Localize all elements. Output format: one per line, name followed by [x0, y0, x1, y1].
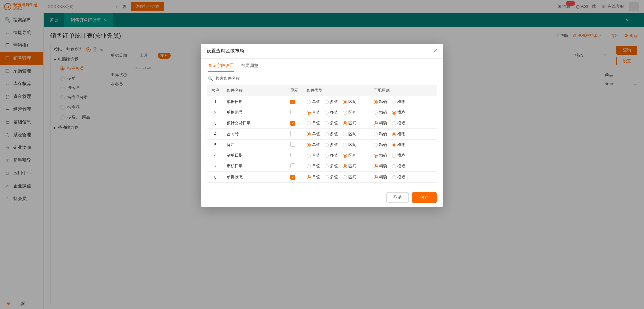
show-checkbox[interactable]: ✓	[290, 100, 295, 104]
radio-option[interactable]: 区间	[343, 163, 356, 169]
radio-option[interactable]: 单值	[307, 153, 320, 158]
radio-option[interactable]: 多值	[325, 99, 338, 105]
radio-option[interactable]: 单值	[307, 185, 320, 186]
table-row: 6制单日期单值多值区间精确模糊	[207, 150, 437, 161]
radio-icon	[374, 186, 378, 186]
radio-option[interactable]: 区间	[343, 153, 356, 158]
cell-show: ✓	[287, 118, 303, 129]
th-match: 匹配原则	[370, 85, 437, 96]
radio-icon	[343, 175, 347, 179]
radio-option[interactable]: 模糊	[392, 99, 405, 105]
radio-option[interactable]: 多值	[325, 163, 338, 169]
cell-seq: 1	[207, 96, 223, 107]
cell-name: 审核日期	[223, 161, 287, 172]
radio-option[interactable]: 区间	[343, 174, 356, 180]
radio-option[interactable]: 多值	[325, 153, 338, 158]
radio-option[interactable]: 单值	[307, 142, 320, 148]
radio-icon	[343, 164, 347, 168]
radio-option[interactable]: 单值	[307, 131, 320, 137]
radio-option[interactable]: 多值	[325, 131, 338, 137]
radio-option[interactable]: 区间	[343, 120, 356, 126]
radio-option[interactable]: 单值	[307, 163, 320, 169]
tab-layout[interactable]: 布局调整	[241, 63, 258, 72]
cell-match: 精确模糊	[370, 161, 437, 172]
radio-option[interactable]: 单值	[307, 174, 320, 180]
search-input[interactable]	[215, 75, 262, 82]
radio-option[interactable]: 模糊	[392, 174, 405, 180]
radio-option[interactable]: 精确	[374, 131, 387, 137]
radio-option[interactable]: 多值	[325, 110, 338, 115]
radio-icon	[343, 111, 347, 115]
radio-option[interactable]: 单值	[307, 99, 320, 105]
save-button[interactable]: 保存	[412, 192, 437, 203]
tab-field-settings[interactable]: 查询字段设置	[208, 63, 234, 72]
radio-option[interactable]: 区间	[343, 99, 356, 105]
radio-icon	[374, 100, 378, 104]
show-checkbox[interactable]: ✓	[290, 175, 295, 180]
radio-option[interactable]: 多值	[325, 142, 338, 148]
show-checkbox[interactable]	[290, 163, 295, 168]
cell-show	[287, 140, 303, 150]
radio-option[interactable]: 区间	[343, 110, 356, 115]
radio-option[interactable]: 精确	[374, 120, 387, 126]
modal-title: 设置查询区域布局	[206, 48, 244, 54]
radio-option[interactable]: 多值	[325, 174, 338, 180]
radio-option[interactable]: 模糊	[392, 131, 405, 137]
cell-show: ✓	[287, 172, 303, 183]
radio-option[interactable]: 区间	[343, 131, 356, 137]
show-checkbox[interactable]	[290, 131, 295, 136]
th-name: 条件名称	[223, 85, 287, 96]
cell-seq: 4	[207, 129, 223, 140]
radio-icon	[325, 175, 329, 179]
cell-match: 精确模糊	[370, 183, 437, 186]
table-row: 8单据状态✓单值多值区间精确模糊	[207, 172, 437, 183]
query-layout-modal: 设置查询区域布局 ✕ 查询字段设置 布局调整 🔍 顺序 条件名称 显示 条件类型…	[201, 44, 443, 207]
radio-icon	[392, 143, 396, 147]
radio-option[interactable]: 精确	[374, 163, 387, 169]
cell-match: 精确模糊	[370, 150, 437, 161]
cell-show: ✓	[287, 96, 303, 107]
radio-option[interactable]: 区间	[343, 185, 356, 186]
table-row: 1单据日期✓单值多值区间精确模糊	[207, 96, 437, 107]
cancel-button[interactable]: 取消	[386, 192, 409, 203]
show-checkbox[interactable]: ✓	[290, 186, 295, 186]
radio-option[interactable]: 区间	[343, 142, 356, 148]
cell-seq: 3	[207, 118, 223, 129]
radio-option[interactable]: 精确	[374, 174, 387, 180]
cell-name: 单据编号	[223, 107, 287, 118]
radio-option[interactable]: 单值	[307, 120, 320, 126]
radio-option[interactable]: 精确	[374, 99, 387, 105]
show-checkbox[interactable]	[290, 142, 295, 147]
table-row: 9出库状态✓单值多值区间精确模糊	[207, 183, 437, 186]
modal-overlay: 设置查询区域布局 ✕ 查询字段设置 布局调整 🔍 顺序 条件名称 显示 条件类型…	[0, 0, 644, 309]
radio-option[interactable]: 精确	[374, 153, 387, 158]
radio-option[interactable]: 精确	[374, 142, 387, 148]
cell-show	[287, 161, 303, 172]
table-row: 3预计交货日期✓单值多值区间精确模糊	[207, 118, 437, 129]
cell-seq: 8	[207, 172, 223, 183]
radio-option[interactable]: 模糊	[392, 110, 405, 115]
radio-option[interactable]: 精确	[374, 110, 387, 115]
show-checkbox[interactable]	[290, 153, 295, 157]
radio-option[interactable]: 模糊	[392, 163, 405, 169]
radio-icon	[325, 186, 329, 186]
close-icon[interactable]: ✕	[433, 48, 438, 54]
radio-option[interactable]: 单值	[307, 110, 320, 115]
radio-icon	[307, 132, 311, 136]
show-checkbox[interactable]	[290, 110, 295, 114]
radio-option[interactable]: 模糊	[392, 120, 405, 126]
search-icon: 🔍	[208, 76, 213, 81]
radio-option[interactable]: 模糊	[392, 153, 405, 158]
cell-match: 精确模糊	[370, 129, 437, 140]
radio-option[interactable]: 多值	[325, 185, 338, 186]
show-checkbox[interactable]: ✓	[290, 121, 295, 126]
cell-name: 制单日期	[223, 150, 287, 161]
radio-icon	[392, 186, 396, 186]
radio-option[interactable]: 多值	[325, 120, 338, 126]
radio-option[interactable]: 模糊	[392, 185, 405, 186]
radio-icon	[374, 143, 378, 147]
radio-option[interactable]: 模糊	[392, 142, 405, 148]
cell-match: 精确模糊	[370, 107, 437, 118]
radio-icon	[392, 175, 396, 179]
radio-option[interactable]: 精确	[374, 185, 387, 186]
